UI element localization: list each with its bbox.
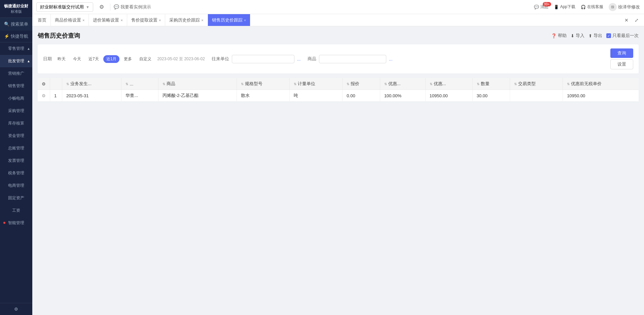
sidebar-settings-btn[interactable]: ⚙ (0, 303, 32, 315)
sidebar-item-retail[interactable]: 零售管理 ▲ (0, 42, 32, 55)
row-spec: 散水 (237, 90, 289, 102)
ecommerce-label: 电商管理 (8, 183, 24, 188)
sidebar-item-ecommerce[interactable]: 电商管理 (0, 179, 32, 192)
app-download-icon: 📱 (554, 5, 559, 9)
tab-purchase-history-close[interactable]: × (201, 18, 203, 22)
sidebar-item-ledger[interactable]: 总账管理 (0, 142, 32, 154)
topbar-gear-btn[interactable]: ⚙ (97, 2, 107, 11)
logo-sub: 标准版 (11, 9, 22, 14)
main-content: 好业财标准版交付试用 ▼ ⚙ 💬 我要看实例演示 💬 消息 99+ 📱 App下… (32, 0, 644, 315)
th-biz-date[interactable]: ⇅ 业务发生... (62, 78, 121, 90)
query-btn[interactable]: 查询 (610, 48, 633, 58)
supplier-dots-btn[interactable]: ... (297, 57, 301, 62)
tab-home-label: 首页 (38, 17, 46, 23)
tab-sale-price[interactable]: 售价提取设置 × (127, 14, 165, 26)
supplier-input[interactable] (232, 55, 294, 63)
tabs-controls: ✕ ⤢ (622, 15, 643, 25)
th-tx-type[interactable]: ⇅ 交易类型 (510, 78, 563, 90)
finance-label: 资金管理 (8, 133, 24, 139)
th-spec[interactable]: ⇅ 规格型号 (237, 78, 289, 90)
nav-icon: ⚡ (4, 34, 9, 39)
tabs-close-btn[interactable]: ✕ (622, 15, 631, 25)
tab-home[interactable]: 首页 (34, 14, 51, 26)
export-btn[interactable]: ⬆ 导出 (588, 33, 602, 39)
quantity-sort: ⇅ (477, 82, 479, 86)
marketing-label: 营销推广 (8, 71, 24, 76)
product-dots-btn[interactable]: ... (389, 57, 393, 62)
row-discount2: 10950.00 (425, 90, 472, 102)
sidebar-item-finance[interactable]: 资金管理 (0, 130, 32, 142)
product-input[interactable] (319, 55, 386, 63)
date-btn-more[interactable]: 更多 (121, 55, 135, 63)
sidebar-item-purchase[interactable]: 采购管理 (0, 105, 32, 117)
sidebar-item-inventory[interactable]: 库存核算 (0, 117, 32, 130)
user-menu[interactable]: 徐 徐泽华修改 (609, 3, 640, 11)
help-btn[interactable]: ❓ 帮助 (551, 33, 567, 39)
th-discount2[interactable]: ⇅ 优惠... (425, 78, 472, 90)
online-service-btn[interactable]: 🎧 在线客服 (581, 4, 603, 10)
user-name: 徐泽华修改 (618, 4, 640, 10)
app-download-btn[interactable]: 📱 App下载 (554, 4, 575, 10)
th-index (50, 78, 62, 90)
sidebar-item-smart[interactable]: 智能管理 (0, 217, 32, 229)
topbar-demo-btn[interactable]: 💬 我要看实例演示 (114, 4, 151, 10)
row-price: 0.00 (343, 90, 380, 102)
th-extra[interactable]: ⇅ ... (121, 78, 158, 90)
settings-btn[interactable]: 设置 (610, 59, 633, 69)
invoice-label: 发票管理 (8, 158, 24, 164)
date-btn-last1m[interactable]: 近1月 (103, 55, 120, 63)
tab-purchase-strategy-close[interactable]: × (120, 18, 122, 22)
date-filter-label: 日期 (43, 56, 52, 62)
online-service-label: 在线客服 (587, 4, 603, 10)
th-price[interactable]: ⇅ 报价 (343, 78, 380, 90)
sidebar-item-tax[interactable]: 税务管理 (0, 167, 32, 179)
table-row: ⚙ 1 2023-05-31 华查... 丙烯酸-2-乙基己酯 散水 吨 0.0… (38, 90, 639, 102)
env-selector[interactable]: 好业财标准版交付试用 ▼ (36, 2, 93, 12)
product-filter-group: 商品 ... (308, 55, 393, 63)
row-notax-price: 10950.00 (563, 90, 639, 102)
tab-product-price-label: 商品价格设置 (55, 17, 81, 23)
messages-badge: 99+ (543, 2, 551, 6)
sidebar-item-sales[interactable]: 销售管理 (0, 80, 32, 92)
th-gear[interactable]: ⚙ (38, 78, 50, 90)
sidebar-search[interactable]: 🔍 搜索菜单 (0, 18, 32, 31)
th-product[interactable]: ⇅ 商品 (158, 78, 237, 90)
spec-sort: ⇅ (241, 82, 244, 86)
tab-purchase-strategy[interactable]: 进价策略设置 × (89, 14, 127, 26)
sidebar-item-ecommerce-small[interactable]: 小畅电商 (0, 92, 32, 105)
tab-sales-history[interactable]: 销售历史价跟踪 × (208, 14, 250, 26)
messages-btn[interactable]: 💬 消息 99+ (534, 4, 548, 10)
sales-label: 销售管理 (8, 83, 24, 89)
date-btn-last7[interactable]: 近7天 (85, 55, 102, 63)
smart-label: 智能管理 (8, 220, 24, 226)
topbar-right: 💬 消息 99+ 📱 App下载 🎧 在线客服 徐 徐泽华修改 (534, 3, 640, 11)
tabs-expand-btn[interactable]: ⤢ (632, 15, 641, 25)
tab-purchase-strategy-label: 进价策略设置 (93, 17, 119, 23)
th-notax-price[interactable]: ⇅ 优惠前无税单价 (563, 78, 639, 90)
last-only-checkbox[interactable]: ✓ 只看最后一次 (606, 33, 639, 39)
tab-purchase-history[interactable]: 采购历史价跟踪 × (165, 14, 208, 26)
sidebar-item-invoice[interactable]: 发票管理 (0, 154, 32, 167)
tab-product-price-close[interactable]: × (82, 18, 84, 22)
sidebar-nav[interactable]: ⚡ 快捷导航 (0, 31, 32, 42)
smart-dot (3, 222, 5, 224)
th-unit[interactable]: ⇅ 计量单位 (290, 78, 343, 90)
date-btn-custom[interactable]: 自定义 (136, 55, 154, 63)
sidebar-item-assets[interactable]: 固定资产 (0, 192, 32, 204)
sidebar-item-marketing[interactable]: 营销推广 (0, 67, 32, 80)
product-filter-label: 商品 (308, 56, 316, 62)
th-discount1[interactable]: ⇅ 优惠... (380, 78, 425, 90)
th-quantity[interactable]: ⇅ 数量 (472, 78, 510, 90)
tab-sale-price-close[interactable]: × (159, 18, 161, 22)
row-gear[interactable]: ⚙ (38, 90, 50, 102)
tab-sales-history-close[interactable]: × (244, 18, 246, 22)
topbar-divider (110, 4, 110, 10)
date-btn-yesterday[interactable]: 昨天 (55, 55, 69, 63)
tab-product-price[interactable]: 商品价格设置 × (51, 14, 89, 26)
date-btn-today[interactable]: 今天 (70, 55, 84, 63)
sidebar-item-salary[interactable]: 工资 (0, 204, 32, 217)
sidebar-item-wholesale[interactable]: 批发管理 ▲ (0, 55, 32, 67)
product-sort: ⇅ (163, 82, 165, 86)
import-btn[interactable]: ⬇ 导入 (571, 33, 584, 39)
row-quantity: 30.00 (472, 90, 510, 102)
